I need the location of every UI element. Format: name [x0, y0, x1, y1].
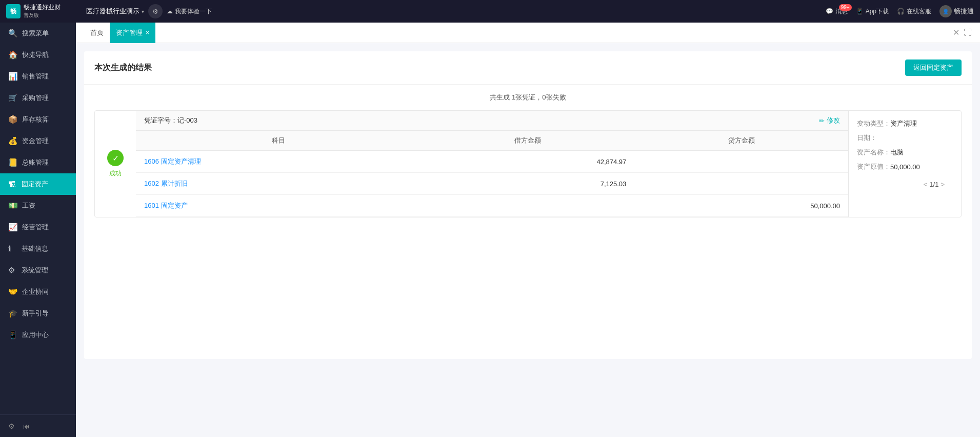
experience-label: 我要体验一下 — [175, 7, 212, 16]
credit-cell: 50,000.00 — [634, 195, 848, 217]
header-right: 💬 消息 99+ 📱 App下载 🎧 在线客服 👤 畅捷通 — [826, 5, 974, 17]
tab-asset-management-label: 资产管理 — [116, 28, 143, 37]
voucher-right-panel: 变动类型： 资产清理 日期： 资产名称： 电脑 资产原值： — [848, 111, 961, 217]
debit-cell: 7,125.03 — [421, 173, 635, 195]
sidebar-item-基础信息[interactable]: ℹ基础信息 — [0, 238, 76, 260]
sidebar-item-企业协同[interactable]: 🤝企业协同 — [0, 281, 76, 303]
home-tab-label: 首页 — [90, 28, 104, 37]
maximize-window-icon[interactable]: ⛶ — [964, 28, 972, 37]
sidebar-label-1: 快捷导航 — [22, 50, 49, 59]
next-page-icon[interactable]: > — [941, 181, 945, 188]
sidebar-item-工资[interactable]: 💵工资 — [0, 195, 76, 216]
sidebar-label-9: 经营管理 — [22, 223, 49, 232]
sidebar-icon-10: ℹ — [8, 244, 17, 253]
customer-service-label: 在线客服 — [907, 7, 931, 16]
sidebar-icon-0: 🔍 — [8, 29, 18, 38]
sidebar-label-8: 工资 — [22, 201, 35, 210]
sidebar-icon-7: 🏗 — [8, 180, 17, 189]
sidebar-item-资金管理[interactable]: 💰资金管理 — [0, 130, 76, 152]
change-type-row: 变动类型： 资产清理 — [857, 119, 953, 128]
summary-text: 共生成 1张凭证，0张失败 — [490, 93, 566, 101]
sidebar-label-3: 采购管理 — [22, 93, 49, 103]
phone-icon: 📱 — [856, 8, 864, 15]
prev-page-icon[interactable]: < — [924, 181, 928, 188]
app-download-button[interactable]: 📱 App下载 — [856, 7, 889, 16]
pagination: < 1/1 > — [857, 176, 953, 192]
sidebar-label-4: 库存核算 — [22, 115, 49, 124]
sidebar-icon-5: 💰 — [8, 136, 18, 146]
asset-value-label: 资产原值： — [857, 162, 890, 171]
pagination-info: 1/1 — [929, 181, 938, 188]
sidebar-icon-8: 💵 — [8, 201, 18, 210]
page-content: 本次生成的结果 返回固定资产 共生成 1张凭证，0张失败 ✓ 成功 — [76, 43, 980, 437]
sidebar-label-7: 固定资产 — [22, 180, 48, 189]
tab-bar: 首页 资产管理 × ✕ ⛶ — [76, 23, 980, 43]
return-button[interactable]: 返回固定资产 — [905, 59, 962, 76]
date-row: 日期： — [857, 133, 953, 143]
edit-button[interactable]: ✏ 修改 — [819, 116, 840, 125]
tab-close-icon[interactable]: × — [146, 29, 149, 36]
logo-sub: 普及版 — [24, 12, 61, 19]
sidebar-footer: ⚙ ⏮ — [0, 414, 76, 437]
sidebar-item-新手引导[interactable]: 🎓新手引导 — [0, 303, 76, 324]
sidebar-icon-2: 📊 — [8, 72, 18, 81]
avatar: 👤 — [939, 5, 952, 17]
customer-service-button[interactable]: 🎧 在线客服 — [897, 7, 931, 16]
sidebar-item-经营管理[interactable]: 📈经营管理 — [0, 216, 76, 238]
sidebar-icon-11: ⚙ — [8, 266, 17, 275]
sidebar-item-搜索菜单[interactable]: 🔍搜索菜单 — [0, 23, 76, 44]
sidebar-label-0: 搜索菜单 — [22, 29, 49, 38]
tab-asset-management[interactable]: 资产管理 × — [110, 23, 155, 43]
col-credit: 贷方金额 — [634, 131, 848, 151]
logo-area: 畅 畅捷通好业财 普及版 — [6, 4, 82, 19]
close-window-icon[interactable]: ✕ — [953, 28, 959, 37]
sidebar-item-系统管理[interactable]: ⚙系统管理 — [0, 260, 76, 281]
credit-cell — [634, 151, 848, 173]
sidebar-label-12: 企业协同 — [22, 287, 49, 296]
logo-icon: 畅 — [6, 4, 21, 18]
sidebar-label-13: 新手引导 — [22, 309, 49, 318]
table-row: 1606 固定资产清理 42,874.97 — [136, 151, 848, 173]
sidebar-label-2: 销售管理 — [22, 72, 49, 81]
success-indicator: ✓ 成功 — [95, 111, 136, 217]
company-selector[interactable]: 医疗器械行业演示 ▾ — [86, 7, 144, 16]
change-type-label: 变动类型： — [857, 119, 890, 128]
sidebar-icon-1: 🏠 — [8, 50, 18, 59]
voucher-main: 凭证字号：记-003 ✏ 修改 科目 借方金额 贷方 — [136, 111, 848, 217]
message-button[interactable]: 💬 消息 99+ — [826, 7, 848, 16]
page-title: 本次生成的结果 — [94, 63, 152, 73]
asset-name-row: 资产名称： 电脑 — [857, 148, 953, 157]
sidebar-icon-14: 📱 — [8, 330, 18, 340]
debit-cell: 42,874.97 — [421, 151, 635, 173]
voucher-header-row: 凭证字号：记-003 ✏ 修改 — [136, 111, 848, 131]
chevron-down-icon: ▾ — [142, 9, 144, 14]
collapse-icon[interactable]: ⏮ — [23, 422, 30, 430]
sidebar-label-10: 基础信息 — [22, 244, 48, 253]
company-name: 医疗器械行业演示 — [86, 7, 139, 16]
col-subject: 科目 — [136, 131, 421, 151]
settings-icon[interactable]: ⚙ — [148, 4, 163, 18]
sidebar-icon-3: 🛒 — [8, 93, 18, 103]
sidebar-item-总账管理[interactable]: 📒总账管理 — [0, 152, 76, 173]
asset-name-value: 电脑 — [890, 148, 904, 157]
sidebar-item-应用中心[interactable]: 📱应用中心 — [0, 324, 76, 346]
col-debit: 借方金额 — [421, 131, 635, 151]
sidebar-item-采购管理[interactable]: 🛒采购管理 — [0, 87, 76, 109]
tab-home[interactable]: 首页 — [84, 23, 110, 43]
message-badge: 99+ — [839, 4, 852, 11]
settings-footer-icon[interactable]: ⚙ — [8, 422, 15, 430]
sidebar-scroll: 🔍搜索菜单🏠快捷导航📊销售管理🛒采购管理📦库存核算💰资金管理📒总账管理🏗固定资产… — [0, 23, 76, 414]
sidebar-item-固定资产[interactable]: 🏗固定资产 — [0, 173, 76, 195]
sidebar-item-销售管理[interactable]: 📊销售管理 — [0, 66, 76, 87]
user-area[interactable]: 👤 畅捷通 — [939, 5, 974, 17]
edit-icon: ✏ — [819, 117, 825, 125]
sidebar-label-5: 资金管理 — [22, 136, 49, 146]
message-icon: 💬 — [826, 8, 833, 15]
content-area: 首页 资产管理 × ✕ ⛶ 本次生成的结果 返回固定资产 共生成 1张凭证，0张… — [76, 23, 980, 437]
sidebar: 🔍搜索菜单🏠快捷导航📊销售管理🛒采购管理📦库存核算💰资金管理📒总账管理🏗固定资产… — [0, 23, 76, 437]
cloud-icon: ☁ — [167, 8, 173, 15]
sidebar-item-库存核算[interactable]: 📦库存核算 — [0, 109, 76, 130]
sidebar-label-14: 应用中心 — [22, 330, 49, 340]
experience-button[interactable]: ☁ 我要体验一下 — [167, 7, 212, 16]
sidebar-item-快捷导航[interactable]: 🏠快捷导航 — [0, 44, 76, 66]
